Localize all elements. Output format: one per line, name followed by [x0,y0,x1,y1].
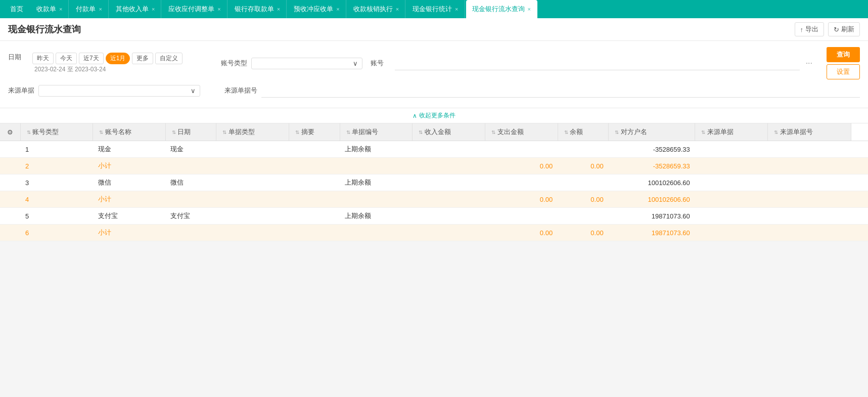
row-source-doc-no [851,191,868,208]
row-source-doc [767,208,851,225]
row-doc-no [413,225,485,241]
table-row: 4小计0.000.00100102606.60 [0,191,868,208]
row-doc-no [413,174,485,191]
account-more-icon[interactable]: ··· [804,59,814,68]
row-summary [340,158,413,174]
row-expense [558,141,609,158]
row-doc-no [413,208,485,225]
row-date [216,174,289,191]
row-settings [0,174,20,191]
row-counterpart [695,158,768,174]
close-icon[interactable]: × [99,6,102,12]
row-income [485,208,558,225]
row-account-name [165,191,216,208]
nav-tab-3[interactable]: 应收应付调整单 × [162,0,227,18]
row-source-doc [767,191,851,208]
close-icon[interactable]: × [528,6,531,12]
row-account-name [165,225,216,241]
date-btn-yesterday[interactable]: 昨天 [32,53,54,64]
sort-icon: ⇅ [222,129,226,135]
date-btn-more[interactable]: 更多 [132,53,153,64]
table-row: 2小计0.000.00-3528659.33 [0,158,868,174]
row-date [216,225,289,241]
th-income[interactable]: ⇅ 收入金额 [413,123,485,141]
th-balance[interactable]: ⇅ 余额 [558,123,609,141]
th-summary[interactable]: ⇅ 摘要 [289,123,340,141]
sort-icon: ⇅ [615,129,619,135]
row-expense: 0.00 [558,158,609,174]
row-income: 0.00 [485,191,558,208]
nav-tab-4[interactable]: 银行存取款单 × [229,0,287,18]
th-doc-type[interactable]: ⇅ 单据类型 [216,123,289,141]
table-row: 5支付宝支付宝上期余额19871073.60 [0,208,868,225]
nav-home[interactable]: 首页 [4,5,29,14]
row-date [216,158,289,174]
close-icon[interactable]: × [59,6,62,12]
export-button[interactable]: ↑ 导出 [795,22,825,36]
nav-tab-6[interactable]: 收款核销执行 × [347,0,405,18]
th-source-doc-no[interactable]: ⇅ 来源单据号 [767,123,851,141]
close-icon[interactable]: × [217,6,220,12]
th-expense[interactable]: ⇅ 支出金额 [485,123,558,141]
nav-tab-0[interactable]: 收款单 × [30,0,69,18]
row-balance: -3528659.33 [609,158,695,174]
row-account-type: 小计 [93,158,166,174]
sort-icon: ⇅ [491,129,495,135]
row-balance: -3528659.33 [609,141,695,158]
gear-icon[interactable]: ⚙ [7,128,13,136]
nav-tab-1[interactable]: 付款单 × [70,0,108,18]
row-counterpart [695,208,768,225]
th-account-name[interactable]: ⇅ 账号名称 [93,123,166,141]
row-date [216,191,289,208]
row-doc-type [289,191,340,208]
source-doc-select[interactable]: ∨ [38,85,200,97]
nav-tab-5[interactable]: 预收冲应收单 × [288,0,346,18]
date-btn-custom[interactable]: 自定义 [155,53,182,64]
page-header: 现金银行流水查询 ↑ 导出 ↻ 刷新 [0,18,868,41]
sort-icon: ⇅ [774,129,778,135]
close-icon[interactable]: × [277,6,280,12]
row-counterpart [695,174,768,191]
row-source-doc [767,174,851,191]
row-summary: 上期余额 [340,208,413,225]
close-icon[interactable]: × [336,6,339,12]
row-idx: 4 [20,191,93,208]
row-summary: 上期余额 [340,141,413,158]
close-icon[interactable]: × [396,6,399,12]
sort-icon: ⇅ [27,129,31,135]
row-balance: 100102606.60 [609,174,695,191]
collapse-bar[interactable]: ∧ 收起更多条件 [0,108,868,123]
sort-icon: ⇅ [419,129,423,135]
row-settings [0,225,20,241]
th-counterpart[interactable]: ⇅ 对方户名 [609,123,695,141]
nav-tab-8[interactable]: 现金银行流水查询 × [466,0,537,18]
date-btn-today[interactable]: 今天 [56,53,77,64]
filter-area: 日期 昨天 今天 近7天 近1月 更多 自定义 2023-02-24 至 202… [0,41,868,108]
account-type-label: 账号类型 [221,59,247,68]
query-button[interactable]: 查询 [827,47,860,62]
refresh-button[interactable]: ↻ 刷新 [828,22,860,36]
date-btn-1month[interactable]: 近1月 [106,53,130,64]
row-account-name [165,158,216,174]
row-income [485,141,558,158]
row-doc-no [413,141,485,158]
close-icon[interactable]: × [455,6,458,12]
row-income: 0.00 [485,158,558,174]
account-type-select[interactable]: ∨ [251,58,362,69]
settings-button[interactable]: 设置 [827,64,860,79]
th-account-type[interactable]: ⇅ 账号类型 [20,123,93,141]
th-doc-no[interactable]: ⇅ 单据编号 [340,123,413,141]
row-source-doc [767,141,851,158]
source-doc-label: 来源单据 [8,86,34,95]
settings-col-header[interactable]: ⚙ [0,123,20,141]
date-btn-7days[interactable]: 近7天 [79,53,104,64]
nav-tab-2[interactable]: 其他收入单 × [110,0,161,18]
th-date[interactable]: ⇅ 日期 [165,123,216,141]
date-range-text: 2023-02-24 至 2023-03-24 [34,65,182,74]
nav-tab-7[interactable]: 现金银行统计 × [406,0,465,18]
close-icon[interactable]: × [152,6,155,12]
row-account-type: 支付宝 [93,208,166,225]
row-date [216,141,289,158]
sort-icon: ⇅ [701,129,705,135]
th-source-doc[interactable]: ⇅ 来源单据 [695,123,768,141]
